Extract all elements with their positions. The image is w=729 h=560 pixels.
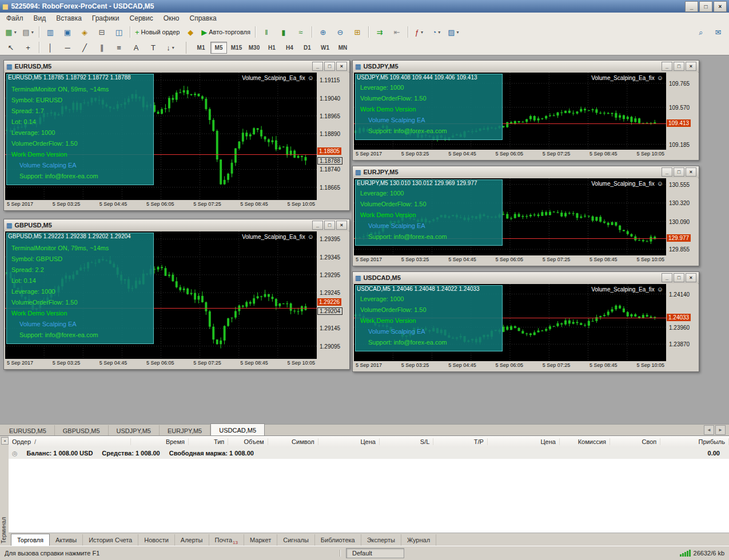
chart-minimize-button[interactable]: _ xyxy=(312,221,323,230)
chart-window-titlebar[interactable]: ▥USDCAD,M5_□× xyxy=(353,272,699,284)
strategy-tester-button[interactable]: ◫ xyxy=(110,25,128,39)
chart-tab-eurjpy-m5[interactable]: EURJPY,M5 xyxy=(160,425,210,436)
orders-column-7[interactable]: T/P xyxy=(433,438,488,445)
chart-restore-button[interactable]: □ xyxy=(674,273,684,282)
menu-view[interactable]: Вид xyxy=(29,13,51,23)
indicators-list-button[interactable]: ƒ▾ xyxy=(411,25,428,39)
chart-restore-button[interactable]: □ xyxy=(324,221,335,230)
chart-minimize-button[interactable]: _ xyxy=(312,62,323,71)
menu-window[interactable]: Окно xyxy=(158,13,185,23)
chart-close-button[interactable]: × xyxy=(336,62,347,71)
timeframe-m5[interactable]: M5 xyxy=(210,42,227,54)
new-chart-button[interactable]: ▦▾ xyxy=(2,25,19,39)
chart-plot-area[interactable]: EURJPY,M5 130.010 130.012 129.969 129.97… xyxy=(354,178,666,255)
bar-chart-mode-button[interactable]: ‖ xyxy=(258,25,275,39)
menu-file[interactable]: Файл xyxy=(1,13,29,23)
terminal-tab-новости[interactable]: Новости xyxy=(138,534,175,546)
chart-tab-gbpusd-m5[interactable]: GBPUSD,M5 xyxy=(55,425,109,436)
auto-scroll-button[interactable]: ⇉ xyxy=(371,25,388,39)
chart-restore-button[interactable]: □ xyxy=(674,62,684,71)
timeframe-h4[interactable]: H4 xyxy=(281,42,298,54)
orders-column-5[interactable]: Цена xyxy=(318,438,380,445)
profiles-button[interactable]: ▤▾ xyxy=(19,25,37,39)
metaeditor-button[interactable]: ◆ xyxy=(182,25,199,39)
data-window-button[interactable]: ▣ xyxy=(59,25,76,39)
candlestick-mode-button[interactable]: ▮ xyxy=(275,25,292,39)
price-scale[interactable]: 130.555130.320130.090129.855129.977 xyxy=(667,178,699,255)
chart-plot-area[interactable]: EURUSD,M5 1.18785 1.18792 1.18772 1.1878… xyxy=(5,73,317,200)
vertical-line-tool-button[interactable]: │ xyxy=(42,41,59,54)
auto-trading-button[interactable]: ▶Авто-торговля xyxy=(199,25,253,39)
time-scale[interactable]: 5 Sep 20175 Sep 03:255 Sep 04:455 Sep 06… xyxy=(5,201,317,209)
channel-tool-button[interactable]: ∥ xyxy=(93,41,110,54)
zoom-in-button[interactable]: ⊕ xyxy=(314,25,332,39)
timeframe-m15[interactable]: M15 xyxy=(228,42,245,54)
close-button[interactable]: × xyxy=(714,1,727,12)
terminal-tab-библиотека[interactable]: Библиотека xyxy=(315,534,361,546)
chart-shift-button[interactable]: ⇤ xyxy=(388,25,405,39)
chart-close-button[interactable]: × xyxy=(336,221,347,230)
arrows-tool-button[interactable]: ↓▾ xyxy=(162,41,179,54)
orders-column-2[interactable]: Тип xyxy=(189,438,228,445)
chart-restore-button[interactable]: □ xyxy=(674,167,684,177)
chart-minimize-button[interactable]: _ xyxy=(662,62,672,71)
new-order-button[interactable]: +Новый ордер xyxy=(133,25,182,39)
time-scale[interactable]: 5 Sep 20175 Sep 03:255 Sep 04:455 Sep 06… xyxy=(354,256,666,264)
orders-column-8[interactable]: Цена xyxy=(488,438,560,445)
chart-window-titlebar[interactable]: ▥GBPUSD,M5_□× xyxy=(4,219,349,231)
chart-close-button[interactable]: × xyxy=(686,167,696,177)
orders-column-3[interactable]: Объем xyxy=(228,438,268,445)
price-scale[interactable]: 1.191151.190401.189651.188901.187401.186… xyxy=(317,73,349,200)
text-tool-button[interactable]: A xyxy=(128,41,145,54)
terminal-toggle-button[interactable]: ⊟ xyxy=(93,25,110,39)
price-scale[interactable]: 109.765109.570109.185109.413 xyxy=(667,73,699,150)
menu-service[interactable]: Сервис xyxy=(125,13,158,23)
market-watch-button[interactable]: ▥ xyxy=(42,25,59,39)
terminal-tab-маркет[interactable]: Маркет xyxy=(244,534,277,546)
timeframe-mn[interactable]: MN xyxy=(334,42,351,54)
terminal-tab-сигналы[interactable]: Сигналы xyxy=(277,534,315,546)
chart-plot-area[interactable]: USDJPY,M5 109.408 109.444 109.406 109.41… xyxy=(354,73,666,150)
crosshair-tool-button[interactable]: + xyxy=(19,41,37,54)
menu-help[interactable]: Справка xyxy=(185,13,222,23)
terminal-tab-торговля[interactable]: Торговля xyxy=(11,534,50,546)
price-scale[interactable]: 1.293951.293451.292951.292451.291451.290… xyxy=(317,231,349,359)
trendline-tool-button[interactable]: ╱ xyxy=(76,41,93,54)
orders-column-11[interactable]: Прибыль xyxy=(660,438,729,445)
chat-button[interactable]: ✉ xyxy=(710,25,727,39)
terminal-tab-активы[interactable]: Активы xyxy=(50,534,83,546)
tab-scroll-left-icon[interactable]: ◄ xyxy=(704,425,714,435)
cursor-tool-button[interactable]: ↖ xyxy=(2,41,19,54)
orders-column-9[interactable]: Комиссия xyxy=(560,438,610,445)
orders-column-6[interactable]: S/L xyxy=(380,438,434,445)
chart-tab-usdcad-m5[interactable]: USDCAD,M5 xyxy=(210,423,265,436)
terminal-tab-почта[interactable]: Почта13 xyxy=(209,534,244,546)
chart-minimize-button[interactable]: _ xyxy=(662,167,672,177)
time-scale[interactable]: 5 Sep 20175 Sep 03:255 Sep 04:455 Sep 06… xyxy=(5,359,317,367)
time-scale[interactable]: 5 Sep 20175 Sep 03:255 Sep 04:455 Sep 06… xyxy=(354,362,666,370)
chart-close-button[interactable]: × xyxy=(686,62,696,71)
orders-column-0[interactable]: Ордер/ xyxy=(9,438,131,445)
period-menu-button[interactable]: ◔▾ xyxy=(428,25,445,39)
restore-button[interactable]: □ xyxy=(699,1,712,12)
chart-restore-button[interactable]: □ xyxy=(324,62,335,71)
terminal-close-icon[interactable]: × xyxy=(1,437,9,445)
zoom-out-button[interactable]: ⊖ xyxy=(332,25,349,39)
timeframe-h1[interactable]: H1 xyxy=(264,42,280,54)
terminal-tab-журнал[interactable]: Журнал xyxy=(401,534,436,546)
tab-scroll-right-icon[interactable]: ► xyxy=(715,425,726,435)
menu-charts[interactable]: Графики xyxy=(87,13,125,23)
chart-window-titlebar[interactable]: ▥EURUSD,M5_□× xyxy=(4,61,349,73)
time-scale[interactable]: 5 Sep 20175 Sep 03:255 Sep 04:455 Sep 06… xyxy=(354,150,666,158)
chart-minimize-button[interactable]: _ xyxy=(662,273,672,282)
chart-close-button[interactable]: × xyxy=(686,273,696,282)
minimize-button[interactable]: _ xyxy=(685,1,698,12)
orders-column-1[interactable]: Время xyxy=(131,438,189,445)
menu-insert[interactable]: Вставка xyxy=(51,13,87,23)
terminal-tab-эксперты[interactable]: Эксперты xyxy=(361,534,401,546)
help-search-button[interactable]: ⌕ xyxy=(692,25,710,39)
orders-column-10[interactable]: Своп xyxy=(610,438,660,445)
chart-tab-eurusd-m5[interactable]: EURUSD,M5 xyxy=(1,425,55,436)
terminal-tab-алерты[interactable]: Алерты xyxy=(175,534,209,546)
fibonacci-tool-button[interactable]: ≡ xyxy=(110,41,128,54)
